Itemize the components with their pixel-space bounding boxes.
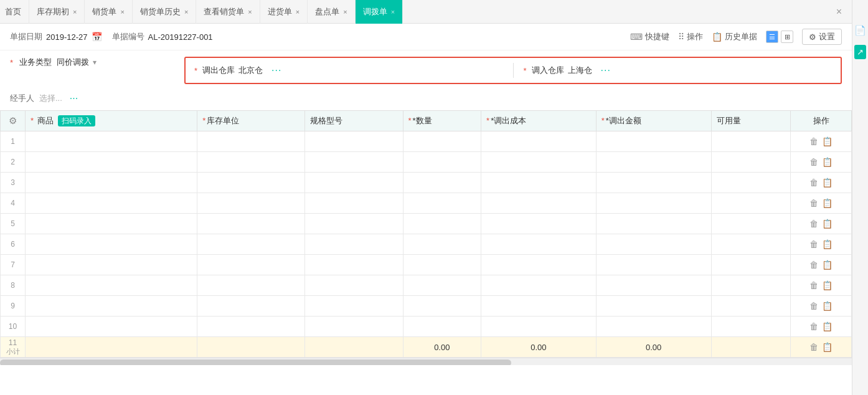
cell-qty[interactable] xyxy=(403,193,481,214)
cell-out-cost[interactable] xyxy=(481,255,597,275)
cell-out-cost[interactable] xyxy=(481,173,597,193)
cell-unit[interactable] xyxy=(197,131,305,152)
cell-product[interactable] xyxy=(26,152,197,173)
cell-out-cost[interactable] xyxy=(481,152,597,173)
copy-row-icon[interactable]: 📋 xyxy=(822,260,833,270)
copy-row-icon[interactable]: 📋 xyxy=(822,321,833,331)
horizontal-scrollbar[interactable] xyxy=(0,358,852,365)
copy-row-icon[interactable]: 📋 xyxy=(822,219,833,229)
cell-out-amount[interactable] xyxy=(596,255,711,275)
cell-product[interactable] xyxy=(26,296,197,316)
cell-qty[interactable] xyxy=(403,152,481,173)
in-warehouse-more[interactable]: ··· xyxy=(601,65,611,76)
cell-product[interactable] xyxy=(26,275,197,296)
cell-spec[interactable] xyxy=(305,255,403,275)
tab-close-sales[interactable]: × xyxy=(120,8,124,16)
cell-available[interactable] xyxy=(711,214,791,234)
cell-qty[interactable] xyxy=(403,214,481,234)
cell-available[interactable] xyxy=(711,316,791,337)
delete-row-icon[interactable]: 🗑 xyxy=(809,301,818,311)
cell-available[interactable] xyxy=(711,234,791,255)
cell-out-amount[interactable] xyxy=(596,296,711,316)
copy-row-icon[interactable]: 📋 xyxy=(822,198,833,208)
cell-available[interactable] xyxy=(711,296,791,316)
cell-out-amount[interactable] xyxy=(596,275,711,296)
delete-row-icon[interactable]: 🗑 xyxy=(809,260,818,270)
tab-home[interactable]: 首页 xyxy=(5,0,29,24)
cell-out-cost[interactable] xyxy=(481,193,597,214)
cell-spec[interactable] xyxy=(305,296,403,316)
tab-close-inventory[interactable]: × xyxy=(343,8,347,16)
cell-spec[interactable] xyxy=(305,193,403,214)
biz-type-select[interactable]: 同价调拨 ▾ xyxy=(57,57,97,68)
cell-unit[interactable] xyxy=(197,296,305,316)
calendar-icon[interactable]: 📅 xyxy=(92,32,102,42)
person-select[interactable]: 选择... xyxy=(39,93,62,104)
cell-available[interactable] xyxy=(711,152,791,173)
cell-unit[interactable] xyxy=(197,152,305,173)
operation-button[interactable]: ⠿ 操作 xyxy=(678,31,703,42)
cell-spec[interactable] xyxy=(305,131,403,152)
tab-stock-init[interactable]: 库存期初 × xyxy=(29,0,85,24)
delete-row-icon[interactable]: 🗑 xyxy=(809,239,818,249)
cell-out-amount[interactable] xyxy=(596,131,711,152)
delete-row-icon[interactable]: 🗑 xyxy=(809,280,818,290)
delete-icon[interactable]: 🗑 xyxy=(809,342,818,352)
tab-close-transfer[interactable]: × xyxy=(391,8,395,16)
shortcut-button[interactable]: ⌨ 快捷键 xyxy=(630,31,669,42)
sidebar-expand-icon[interactable]: ↗ xyxy=(854,45,866,59)
cell-unit[interactable] xyxy=(197,275,305,296)
cell-unit[interactable] xyxy=(197,316,305,337)
scrollbar-thumb[interactable] xyxy=(0,359,511,365)
copy-row-icon[interactable]: 📋 xyxy=(822,301,833,311)
cell-spec[interactable] xyxy=(305,275,403,296)
table-gear-icon[interactable]: ⚙ xyxy=(9,115,17,126)
scan-button[interactable]: 扫码录入 xyxy=(58,115,95,126)
cell-available[interactable] xyxy=(711,275,791,296)
tab-close-sales-history[interactable]: × xyxy=(184,8,188,16)
cell-available[interactable] xyxy=(711,255,791,275)
cell-out-cost[interactable] xyxy=(481,131,597,152)
cell-qty[interactable] xyxy=(403,234,481,255)
tab-close-view-sales[interactable]: × xyxy=(248,8,252,16)
tab-inventory[interactable]: 盘点单 × xyxy=(308,0,355,24)
copy-row-icon[interactable]: 📋 xyxy=(822,280,833,290)
cell-out-cost[interactable] xyxy=(481,275,597,296)
cell-available[interactable] xyxy=(711,193,791,214)
tab-view-sales[interactable]: 查看销货单 × xyxy=(196,0,260,24)
cell-out-amount[interactable] xyxy=(596,214,711,234)
delete-row-icon[interactable]: 🗑 xyxy=(809,198,818,208)
cell-out-amount[interactable] xyxy=(596,234,711,255)
copy-row-icon[interactable]: 📋 xyxy=(822,136,833,146)
tab-sales-history[interactable]: 销货单历史 × xyxy=(133,0,196,24)
grid-view-button[interactable]: ⊞ xyxy=(781,31,793,43)
delete-row-icon[interactable]: 🗑 xyxy=(809,178,818,188)
cell-product[interactable] xyxy=(26,234,197,255)
delete-row-icon[interactable]: 🗑 xyxy=(809,136,818,146)
cell-qty[interactable] xyxy=(403,131,481,152)
copy-row-icon[interactable]: 📋 xyxy=(822,239,833,249)
window-close-button[interactable]: × xyxy=(831,6,847,17)
copy-row-icon[interactable]: 📋 xyxy=(822,157,833,167)
cell-unit[interactable] xyxy=(197,234,305,255)
person-more[interactable]: ··· xyxy=(70,93,78,104)
copy-icon[interactable]: 📋 xyxy=(822,342,833,352)
cell-out-amount[interactable] xyxy=(596,173,711,193)
cell-available[interactable] xyxy=(711,131,791,152)
history-button[interactable]: 📋 历史单据 xyxy=(712,31,757,42)
cell-spec[interactable] xyxy=(305,214,403,234)
cell-spec[interactable] xyxy=(305,152,403,173)
cell-out-amount[interactable] xyxy=(596,316,711,337)
tab-close-purchase[interactable]: × xyxy=(296,8,300,16)
tab-sales[interactable]: 销货单 × xyxy=(85,0,132,24)
cell-out-cost[interactable] xyxy=(481,214,597,234)
cell-out-amount[interactable] xyxy=(596,152,711,173)
list-view-button[interactable]: ☰ xyxy=(766,31,778,43)
tab-transfer[interactable]: 调拨单 × xyxy=(356,0,403,24)
cell-out-cost[interactable] xyxy=(481,234,597,255)
cell-product[interactable] xyxy=(26,316,197,337)
cell-spec[interactable] xyxy=(305,173,403,193)
cell-unit[interactable] xyxy=(197,255,305,275)
cell-out-cost[interactable] xyxy=(481,296,597,316)
cell-unit[interactable] xyxy=(197,193,305,214)
